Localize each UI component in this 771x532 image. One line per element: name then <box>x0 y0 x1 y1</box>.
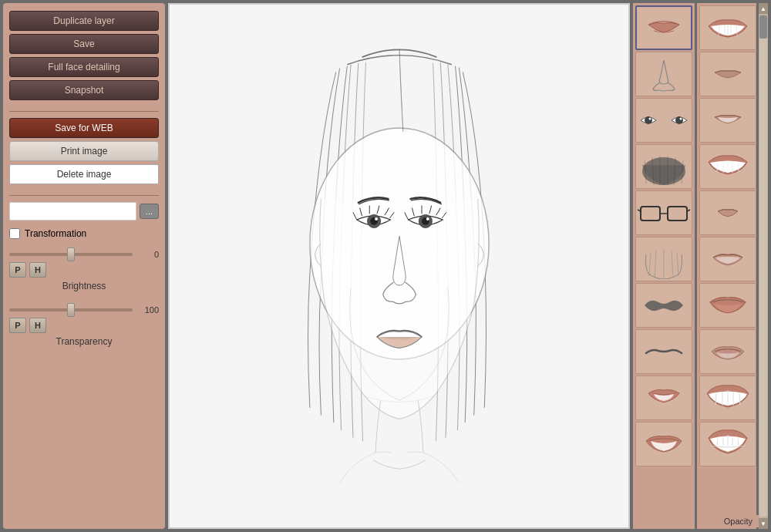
action-button-group: Save for WEB Print image Delete image <box>9 118 159 184</box>
print-image-button[interactable]: Print image <box>9 141 159 161</box>
svg-point-3 <box>375 217 378 221</box>
scroll-track <box>759 15 767 517</box>
thumb2-lips-full[interactable] <box>699 283 756 328</box>
scroll-down-arrow[interactable]: ▼ <box>759 518 768 529</box>
full-face-detailing-button[interactable]: Full face detailing <box>9 57 159 77</box>
thumb-beard-full[interactable] <box>635 144 692 189</box>
opacity-label: Opacity <box>718 515 759 527</box>
transparency-h-button[interactable]: H <box>29 318 46 333</box>
divider-2 <box>9 195 159 196</box>
thumb2-teeth-big[interactable] <box>699 375 756 420</box>
brightness-h-button[interactable]: H <box>29 262 46 278</box>
thumb-lips-smile[interactable] <box>635 422 692 466</box>
transformation-checkbox[interactable] <box>9 228 20 239</box>
transparency-thumb[interactable] <box>67 303 75 317</box>
thumb2-teeth-grin[interactable] <box>699 422 756 466</box>
thumbnail-col-1 <box>633 3 695 529</box>
svg-point-11 <box>649 118 651 120</box>
thumb-nose[interactable] <box>635 52 692 96</box>
transparency-track[interactable] <box>9 308 133 311</box>
dots-button[interactable]: ... <box>140 204 159 219</box>
text-input-row: ... <box>9 202 159 221</box>
face-sketch-svg <box>214 35 584 497</box>
brightness-thumb[interactable] <box>67 247 75 261</box>
thumb2-lips-closed[interactable] <box>699 52 756 96</box>
save-button[interactable]: Save <box>9 34 159 54</box>
brightness-label: Brightness <box>9 281 159 291</box>
delete-image-button[interactable]: Delete image <box>9 164 159 184</box>
app-container: Duplicate layer Save Full face detailing… <box>0 0 771 532</box>
transparency-slider-row: 100 <box>9 305 159 315</box>
thumb-lips-closed[interactable] <box>635 5 692 50</box>
thumb-beard-light[interactable] <box>635 237 692 281</box>
transparency-p-button[interactable]: P <box>9 318 26 333</box>
right-panel: ▲ ▼ <box>633 3 768 529</box>
transparency-value: 100 <box>136 305 159 315</box>
transparency-label: Transparency <box>9 336 159 347</box>
svg-rect-8 <box>637 54 691 94</box>
thumb-eyes[interactable] <box>635 98 692 143</box>
thumbnail-col-2 <box>697 3 756 529</box>
save-for-web-button[interactable]: Save for WEB <box>9 118 159 138</box>
left-panel: Duplicate layer Save Full face detailing… <box>3 3 165 529</box>
transparency-ph-buttons: P H <box>9 318 159 333</box>
svg-point-12 <box>675 116 683 124</box>
thumb2-lips-corner[interactable] <box>699 329 756 374</box>
transformation-label: Transformation <box>25 228 86 239</box>
scroll-up-arrow[interactable]: ▲ <box>759 3 768 14</box>
thumb2-lips-medium[interactable] <box>699 237 756 281</box>
brightness-slider-row: 0 <box>9 250 159 259</box>
brightness-value: 0 <box>136 250 159 259</box>
brightness-section: 0 P H Brightness <box>9 250 159 298</box>
canvas-panel <box>168 3 630 529</box>
thumb-mustache-thin[interactable] <box>635 329 692 374</box>
svg-point-13 <box>680 118 682 120</box>
brightness-track[interactable] <box>9 253 133 256</box>
transformation-row: Transformation <box>9 228 159 239</box>
divider-1 <box>9 111 159 112</box>
thumb2-lips-slight[interactable] <box>699 98 756 143</box>
thumb2-lips-small[interactable] <box>699 190 756 235</box>
svg-rect-22 <box>637 193 691 233</box>
scroll-thumb[interactable] <box>759 15 767 39</box>
thumb-lips-open[interactable] <box>635 375 692 420</box>
thumb2-teeth-wide[interactable] <box>699 144 756 189</box>
text-input-field[interactable] <box>9 202 136 221</box>
thumb-glasses[interactable] <box>635 190 692 235</box>
thumb-mustache[interactable] <box>635 283 692 328</box>
top-button-group: Duplicate layer Save Full face detailing… <box>9 11 159 100</box>
svg-point-6 <box>426 217 429 221</box>
duplicate-layer-button[interactable]: Duplicate layer <box>9 11 159 31</box>
brightness-p-button[interactable]: P <box>9 262 26 278</box>
brightness-ph-buttons: P H <box>9 262 159 278</box>
face-sketch-area <box>214 35 584 497</box>
transparency-section: 100 P H Transparency <box>9 305 159 353</box>
right-scrollbar: ▲ ▼ <box>759 3 768 529</box>
svg-point-10 <box>645 116 652 124</box>
thumb2-teeth-smile[interactable] <box>699 5 756 50</box>
snapshot-button[interactable]: Snapshot <box>9 80 159 100</box>
